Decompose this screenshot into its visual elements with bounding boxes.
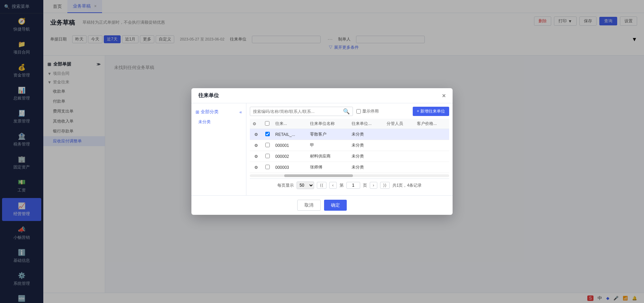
row-name: 甲: [307, 140, 349, 151]
row-checkbox[interactable]: [262, 162, 273, 173]
row-code: RETAIL_...: [273, 129, 307, 140]
th-price: 客户价格...: [414, 119, 449, 129]
dialog-body: ⊞ 全部分类 « 未分类 🔍 显示停用: [191, 103, 453, 195]
search-icon: 🔍: [343, 108, 350, 115]
row-category: 未分类: [349, 140, 384, 151]
dialog-close-button[interactable]: ×: [442, 93, 446, 99]
table-header-row: ⚙ 往来... 往来单位名称 往来单位... 分管人员 客户价格...: [250, 119, 449, 129]
row-code: 000002: [273, 151, 307, 162]
show-disabled-checkbox[interactable]: [356, 109, 361, 114]
row-settings-icon: ⚙: [250, 162, 262, 173]
counterparty-table: ⚙ 往来... 往来单位名称 往来单位... 分管人员 客户价格... ⚙ RE…: [250, 119, 449, 173]
dialog: 往来单位 × ⊞ 全部分类 « 未分类: [191, 88, 453, 215]
per-page-select[interactable]: 50 20 100: [297, 182, 314, 189]
dialog-table-scroll: ⚙ 往来... 往来单位名称 往来单位... 分管人员 客户价格... ⚙ RE…: [250, 119, 449, 173]
dialog-title: 往来单位: [198, 92, 219, 99]
row-settings-icon: ⚙: [250, 151, 262, 162]
cancel-button[interactable]: 取消: [297, 200, 321, 211]
modal-overlay: 往来单位 × ⊞ 全部分类 « 未分类: [0, 0, 644, 303]
show-disabled-label[interactable]: 显示停用: [356, 108, 379, 114]
pagination: 每页显示 50 20 100 ⟨⟨ ‹ 第 页 › ⟩⟩ 共1页，4条记录: [250, 178, 449, 192]
page-suffix: 页: [363, 183, 367, 188]
add-counterparty-button[interactable]: + 新增往来单位: [413, 107, 449, 116]
row-manager: [384, 151, 414, 162]
table-row[interactable]: ⚙ RETAIL_... 零散客户 未分类: [250, 129, 449, 140]
row-settings-icon: ⚙: [250, 129, 262, 140]
last-page-button[interactable]: ⟩⟩: [380, 182, 390, 189]
th-code: 往来...: [273, 119, 307, 129]
dialog-header: 往来单位 ×: [191, 88, 453, 103]
category-grid-icon: ⊞: [196, 109, 199, 115]
row-category: 未分类: [349, 151, 384, 162]
row-checkbox[interactable]: [262, 129, 273, 140]
table-row[interactable]: ⚙ 000003 张师傅 未分类: [250, 162, 449, 173]
confirm-button[interactable]: 确定: [324, 200, 347, 211]
table-panel: 🔍 显示停用 + 新增往来单位 ⚙: [246, 103, 453, 195]
select-all-checkbox[interactable]: [265, 121, 269, 126]
row-manager: [384, 129, 414, 140]
row-price: [414, 151, 449, 162]
category-panel: ⊞ 全部分类 « 未分类: [191, 103, 246, 195]
horizontal-scrollbar[interactable]: [250, 174, 449, 177]
th-checkbox: [262, 119, 273, 129]
row-manager: [384, 140, 414, 151]
row-settings-icon: ⚙: [250, 140, 262, 151]
row-manager: [384, 162, 414, 173]
category-collapse-icon[interactable]: «: [240, 109, 242, 115]
row-checkbox[interactable]: [262, 140, 273, 151]
row-name: 零散客户: [307, 129, 349, 140]
row-price: [414, 162, 449, 173]
page-input[interactable]: [346, 182, 360, 189]
dialog-footer: 取消 确定: [191, 195, 453, 215]
show-disabled-text: 显示停用: [362, 108, 379, 114]
row-price: [414, 140, 449, 151]
row-category: 未分类: [349, 162, 384, 173]
th-manager: 分管人员: [384, 119, 414, 129]
row-category: 未分类: [349, 129, 384, 140]
first-page-button[interactable]: ⟨⟨: [317, 182, 326, 189]
th-category: 往来单位...: [349, 119, 384, 129]
prev-page-button[interactable]: ‹: [329, 182, 337, 189]
row-checkbox[interactable]: [262, 151, 273, 162]
th-settings: ⚙: [250, 119, 262, 129]
dialog-table-toolbar: 🔍 显示停用 + 新增往来单位: [250, 107, 449, 116]
category-item-unclassified[interactable]: 未分类: [191, 117, 246, 127]
page-label: 第: [340, 183, 344, 188]
row-name: 材料供应商: [307, 151, 349, 162]
table-row[interactable]: ⚙ 000001 甲 未分类: [250, 140, 449, 151]
row-name: 张师傅: [307, 162, 349, 173]
th-name: 往来单位名称: [307, 119, 349, 129]
category-all-label: 全部分类: [201, 109, 219, 115]
row-code: 000003: [273, 162, 307, 173]
per-page-label: 每页显示: [277, 183, 294, 188]
search-input[interactable]: [253, 109, 341, 114]
row-price: [414, 129, 449, 140]
search-box: 🔍: [250, 107, 353, 116]
category-all-header[interactable]: ⊞ 全部分类 «: [191, 107, 246, 117]
category-item-label: 未分类: [198, 119, 211, 124]
total-label: 共1页，4条记录: [392, 183, 422, 188]
next-page-button[interactable]: ›: [370, 182, 377, 189]
row-code: 000001: [273, 140, 307, 151]
table-row[interactable]: ⚙ 000002 材料供应商 未分类: [250, 151, 449, 162]
